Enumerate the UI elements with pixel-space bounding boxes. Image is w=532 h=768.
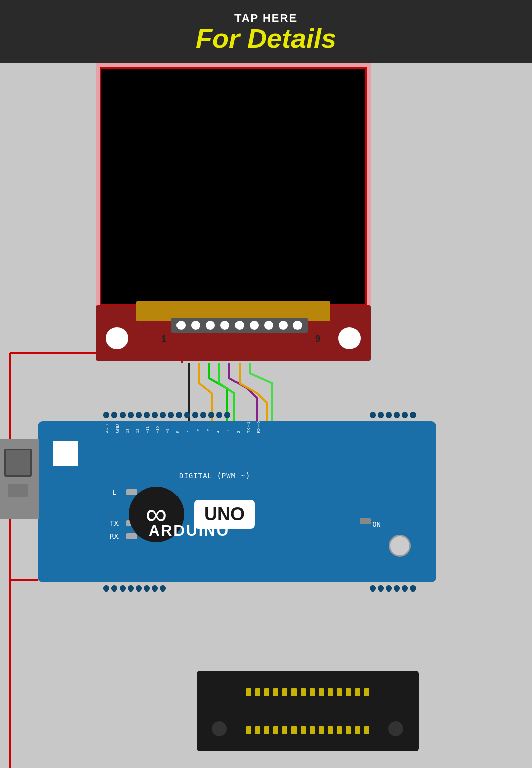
for-details-text: For Details [196,25,336,52]
pin-8 [160,412,166,418]
chip-pin-t14 [364,688,369,696]
alpin-4 [128,585,134,592]
pin-9 [152,412,158,418]
tap-here-banner[interactable]: TAP HERE For Details [0,0,532,63]
chip-pin-t4 [273,688,278,696]
alpin-1 [103,585,109,592]
label-l: L [112,488,116,496]
arduino-board: AREF GND 13 12 ~11 ~10 ~9 8 7 ~6 ~5 4 ~3… [38,421,436,582]
rpin-3 [386,412,392,418]
chip-pin-t5 [282,688,287,696]
label-6: ~6 [194,421,202,433]
alpin-3 [120,585,126,592]
pin-tx1 [216,412,222,418]
pin-5 [235,321,244,330]
mount-hole-left [106,327,128,349]
chip-pins-top [246,688,369,696]
pin-3 [200,412,206,418]
pin-3 [206,321,215,330]
chip-pin-b14 [364,726,369,734]
chip-notch-right [388,721,403,736]
pin-rx0 [224,412,230,418]
alpin-7 [152,585,158,592]
pin-6 [250,321,259,330]
chip-pin-b3 [264,726,269,734]
usb-port [4,449,32,477]
chip-pin-t8 [310,688,315,696]
rpin-4 [394,412,400,418]
display-screen [100,67,367,305]
chip-pin-b11 [337,726,342,734]
pin-2 [208,412,214,418]
label-8: 8 [174,421,182,433]
digital-pin-header [103,412,230,418]
pin-6 [176,412,182,418]
mount-hole-right [338,327,361,349]
label-rx: RX [110,532,119,540]
chip-pin-b6 [291,726,297,734]
chip-pin-t10 [328,688,333,696]
label-rx0: RX←0 [255,421,263,433]
chip-pin-t1 [246,688,251,696]
pin-7 [168,412,174,418]
label-tx: TX [110,519,119,527]
analog-pin-header-left [103,585,166,592]
chip-pin-b8 [310,726,315,734]
rpin-6 [410,412,416,418]
label-7: 7 [184,421,192,433]
pin-labels: AREF GND 13 12 ~11 ~10 ~9 8 7 ~6 ~5 4 ~3… [103,421,263,433]
label-gnd: GND [113,421,122,433]
label-11: ~11 [144,421,152,433]
chip-pin-t13 [355,688,360,696]
pin-13 [120,412,126,418]
pin-10 [144,412,150,418]
ic-chip [197,671,419,751]
pin-4 [192,412,198,418]
chip-pin-b13 [355,726,360,734]
pin-12 [128,412,134,418]
pin-header-strip [171,318,308,333]
label-3: ~3 [224,421,232,433]
analog-pin-header [370,585,416,592]
pin-4 [220,321,229,330]
alpin-8 [160,585,166,592]
chip-pin-t2 [255,688,260,696]
chip-notch-left [212,721,227,736]
chip-pin-b7 [301,726,306,734]
alpin-5 [136,585,142,592]
apin-2 [378,585,384,592]
chip-pin-b1 [246,726,251,734]
power-connector [8,484,28,497]
chip-pin-t3 [264,688,269,696]
power-led [360,518,371,524]
arduino-text-area: ARDUINO [149,522,230,539]
rpin-2 [378,412,384,418]
label-aref: AREF [103,421,111,433]
apin-3 [386,585,392,592]
label-on: ON [372,520,381,528]
pin-11 [136,412,142,418]
chip-pin-b2 [255,726,260,734]
label-2: 2 [234,421,243,433]
chip-pin-t11 [337,688,342,696]
label-10: ~10 [154,421,162,433]
pin-5 [184,412,190,418]
chip-pin-t7 [301,688,306,696]
pin-gnd [111,412,117,418]
chip-pin-b10 [328,726,333,734]
usb-connector-area [0,439,39,519]
alpin-2 [111,585,117,592]
apin-5 [402,585,408,592]
rpin-1 [370,412,376,418]
chip-pins-bottom [246,726,369,734]
alpin-6 [144,585,150,592]
pin-9 [293,321,302,330]
reset-button[interactable] [389,535,411,557]
pin-7 [264,321,273,330]
label-4: 4 [214,421,222,433]
chip-pin-b4 [273,726,278,734]
chip-pin-b9 [319,726,324,734]
pin-1 [176,321,186,330]
pin-aref [103,412,109,418]
label-5: ~5 [204,421,212,433]
